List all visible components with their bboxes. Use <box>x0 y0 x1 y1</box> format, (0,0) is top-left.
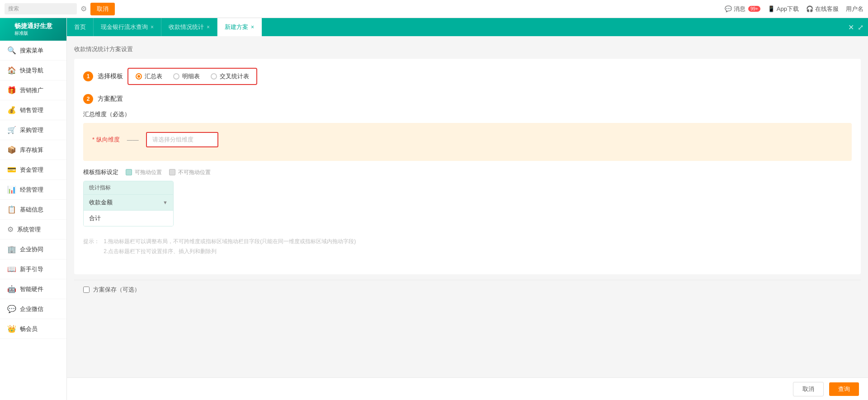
sidebar-logo: 畅捷通好生意 标准版 <box>0 18 66 41</box>
radio-detail[interactable]: 明细表 <box>173 72 200 80</box>
gear-icon[interactable]: ⚙ <box>80 5 87 13</box>
sidebar-label-quick-nav: 快捷导航 <box>20 66 43 75</box>
sidebar-item-sales[interactable]: 💰 销售管理 <box>0 100 66 120</box>
radio-summary[interactable]: 汇总表 <box>136 72 162 80</box>
notification-item[interactable]: 💬 消息 99+ <box>725 5 760 13</box>
headset-icon: 🎧 <box>806 5 813 12</box>
radio-summary-circle <box>136 73 142 80</box>
expand-icon[interactable]: ⤢ <box>858 23 863 32</box>
tab-cashflow-label: 现金银行流水查询 <box>101 23 148 31</box>
basic-info-icon: 📋 <box>7 205 16 214</box>
sidebar-item-marketing[interactable]: 🎁 营销推广 <box>0 80 66 100</box>
radio-summary-dot <box>137 75 140 78</box>
app-download-label: App下载 <box>777 5 799 13</box>
app-download-item[interactable]: 📱 App下载 <box>768 5 799 13</box>
tab-cashflow[interactable]: 现金银行流水查询 × <box>94 18 161 36</box>
sidebar-item-enterprise-collab[interactable]: 🏢 企业协同 <box>0 240 66 259</box>
sidebar-item-member[interactable]: 👑 畅会员 <box>0 319 66 339</box>
sidebar-label-inventory: 库存核算 <box>20 146 43 154</box>
row-dimension-label: * 纵向维度 <box>92 136 120 144</box>
main-layout: 畅捷通好生意 标准版 🔍 搜索菜单 🏠 快捷导航 🎁 营销推广 💰 销售管理 🛒… <box>0 18 868 400</box>
tab-receipt-stats-close[interactable]: × <box>207 24 210 30</box>
sidebar-item-inventory[interactable]: 📦 库存核算 <box>0 140 66 160</box>
indicator-receipt-label: 收款金额 <box>89 198 113 207</box>
tab-new-plan-close[interactable]: × <box>251 24 254 30</box>
online-service-label: 在线客服 <box>815 5 839 13</box>
user-name[interactable]: 用户名 <box>846 5 863 13</box>
save-label: 方案保存（可选） <box>93 286 140 294</box>
radio-summary-label: 汇总表 <box>145 72 162 80</box>
tab-home[interactable]: 首页 <box>67 18 94 36</box>
content-area: 首页 现金银行流水查询 × 收款情况统计 × 新建方案 × ✕ ⤢ 收 <box>67 18 868 400</box>
legend-fixed-label: 不可拖动位置 <box>178 169 211 176</box>
sidebar-item-quick-nav[interactable]: 🏠 快捷导航 <box>0 61 66 80</box>
sidebar-item-smart-hardware[interactable]: 🤖 智能硬件 <box>0 279 66 299</box>
tip-1: 提示： 1.拖动标题栏可以调整布局，不可跨维度或指标区域拖动栏目字段(只能在同一… <box>83 237 852 247</box>
query-button[interactable]: 查询 <box>829 382 859 396</box>
footer-actions: 取消 查询 <box>67 377 868 400</box>
sidebar-item-basic-info[interactable]: 📋 基础信息 <box>0 200 66 220</box>
online-service-item[interactable]: 🎧 在线客服 <box>806 5 839 13</box>
sidebar-item-search-menu[interactable]: 🔍 搜索菜单 <box>0 41 66 61</box>
notification-label: 消息 <box>734 5 745 13</box>
page-content: 收款情况统计方案设置 1 选择模板 汇总表 <box>67 36 868 377</box>
radio-cross-label: 交叉统计表 <box>220 72 249 80</box>
trial-btn[interactable]: 取消 <box>90 3 115 15</box>
sidebar-item-system[interactable]: ⚙ 系统管理 <box>0 220 66 240</box>
cancel-button[interactable]: 取消 <box>793 382 824 396</box>
tab-bar-actions: ✕ ⤢ <box>848 23 868 32</box>
legend-fixed-box <box>169 169 175 175</box>
capital-icon: 💳 <box>7 165 16 174</box>
wechat-icon: 💬 <box>7 305 16 313</box>
operations-icon: 📊 <box>7 185 16 194</box>
purchase-icon: 🛒 <box>7 126 16 134</box>
logo-sub: 标准版 <box>14 30 52 37</box>
indicator-settings-title: 模板指标设定 <box>83 168 118 176</box>
save-checkbox[interactable] <box>83 287 90 293</box>
sidebar-label-member: 畅会员 <box>20 325 38 333</box>
sidebar-item-operations[interactable]: 📊 经营管理 <box>0 180 66 200</box>
indicator-table-header: 统计指标 <box>84 181 173 195</box>
tab-new-plan[interactable]: 新建方案 × <box>217 18 262 36</box>
sidebar-label-enterprise-collab: 企业协同 <box>20 245 43 254</box>
member-icon: 👑 <box>7 325 16 333</box>
search-bar[interactable]: 搜索 <box>5 3 77 14</box>
logo-text: 畅捷通好生意 <box>14 22 52 30</box>
step2-section: 2 方案配置 汇总维度（必选） * 纵向维度 —— 请选择分组维度 <box>83 94 852 256</box>
sidebar-item-purchase[interactable]: 🛒 采购管理 <box>0 120 66 140</box>
radio-detail-label: 明细表 <box>182 72 200 80</box>
sidebar-label-beginner: 新手引导 <box>20 265 43 273</box>
tip-2: 提示： 2.点击标题栏下拉可设置排序、插入列和删除列 <box>83 247 852 257</box>
save-section: 方案保存（可选） <box>74 280 861 299</box>
dimension-arrow: —— <box>127 136 139 143</box>
system-icon: ⚙ <box>7 225 14 234</box>
indicator-label-row: 模板指标设定 可拖动位置 不可拖动位置 <box>83 168 852 176</box>
step2-header: 2 方案配置 <box>83 94 852 104</box>
indicator-table: 统计指标 收款金额 ▼ 合计 <box>83 181 174 226</box>
sidebar-item-capital[interactable]: 💳 资金管理 <box>0 160 66 180</box>
close-window-icon[interactable]: ✕ <box>848 23 854 32</box>
sidebar-item-beginner[interactable]: 📖 新手引导 <box>0 259 66 279</box>
radio-cross[interactable]: 交叉统计表 <box>211 72 249 80</box>
indicator-cell-receipt[interactable]: 收款金额 ▼ <box>84 195 173 210</box>
sidebar-item-enterprise-wechat[interactable]: 💬 企业微信 <box>0 299 66 319</box>
dimension-section-title: 汇总维度（必选） <box>83 110 852 118</box>
tab-new-plan-label: 新建方案 <box>225 23 248 31</box>
radio-cross-circle <box>211 73 217 80</box>
indicator-settings: 模板指标设定 可拖动位置 不可拖动位置 <box>83 168 852 228</box>
legend-fixed: 不可拖动位置 <box>169 169 211 176</box>
page-title-bar: 收款情况统计方案设置 <box>74 43 861 59</box>
legend-draggable-label: 可拖动位置 <box>135 169 162 176</box>
sidebar-label-capital: 资金管理 <box>20 166 43 174</box>
sidebar-label-sales: 销售管理 <box>20 106 43 114</box>
notification-badge: 99+ <box>748 6 760 12</box>
sidebar-label-system: 系统管理 <box>17 226 41 234</box>
sidebar-label-purchase: 采购管理 <box>20 126 43 134</box>
page-title: 收款情况统计方案设置 <box>74 46 133 52</box>
dimension-select[interactable]: 请选择分组维度 <box>146 132 218 147</box>
sidebar: 畅捷通好生意 标准版 🔍 搜索菜单 🏠 快捷导航 🎁 营销推广 💰 销售管理 🛒… <box>0 18 67 400</box>
tips-section: 提示： 1.拖动标题栏可以调整布局，不可跨维度或指标区域拖动栏目字段(只能在同一… <box>83 237 852 256</box>
tab-receipt-stats[interactable]: 收款情况统计 × <box>161 18 217 36</box>
step1-card: 1 选择模板 汇总表 明细表 <box>74 59 861 274</box>
tab-cashflow-close[interactable]: × <box>151 24 154 30</box>
